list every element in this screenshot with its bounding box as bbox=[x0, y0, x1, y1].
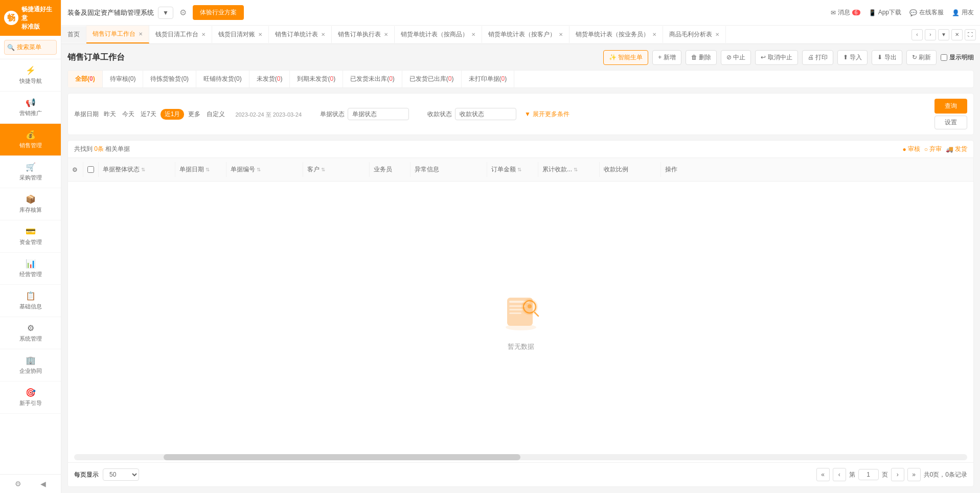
sidebar-item-marketing[interactable]: 📢 营销推广 bbox=[0, 92, 61, 124]
tab-close-all-button[interactable]: ✕ bbox=[951, 29, 963, 40]
filter-date-yesterday[interactable]: 昨天 bbox=[102, 109, 118, 120]
tab-sales-stat-customer[interactable]: 销货单统计表（按客户） ✕ bbox=[482, 26, 569, 43]
sort-number-icon[interactable]: ⇅ bbox=[257, 167, 261, 172]
sidebar-item-sales[interactable]: 💰 销售管理 bbox=[0, 124, 61, 156]
system-dropdown-button[interactable]: ▼ bbox=[158, 7, 173, 19]
add-button[interactable]: + 新增 bbox=[652, 50, 681, 65]
tab-scroll-right-button[interactable]: › bbox=[925, 29, 936, 40]
select-all-checkbox[interactable] bbox=[87, 166, 94, 173]
th-checkbox[interactable] bbox=[83, 162, 99, 177]
subtab-shipped-not-out[interactable]: 已发货未出库(0) bbox=[343, 71, 402, 87]
tab-fullscreen-button[interactable]: ⛶ bbox=[965, 29, 976, 40]
th-ratio: 收款比例 bbox=[600, 162, 661, 177]
user-menu-button[interactable]: 👤 用友 bbox=[952, 8, 974, 17]
tab-more-button[interactable]: ▼ bbox=[938, 29, 949, 40]
message-button[interactable]: ✉ 消息 6 bbox=[831, 8, 860, 17]
tab-close-sales-stats[interactable]: ✕ bbox=[321, 32, 325, 37]
suspend-button[interactable]: ⊘ 中止 bbox=[721, 50, 751, 65]
delete-button[interactable]: 🗑 删除 bbox=[686, 50, 717, 65]
tab-gross-profit[interactable]: 商品毛利分析表 ✕ bbox=[663, 26, 726, 43]
filter-date-custom[interactable]: 自定义 bbox=[204, 109, 227, 120]
online-service-button[interactable]: 💬 在线客服 bbox=[909, 8, 944, 17]
filter-payment-select[interactable]: 收款状态 bbox=[455, 108, 516, 120]
subtab-overdue-not-shipped[interactable]: 到期未发货(0) bbox=[290, 71, 343, 87]
filter-actions: 查询 设置 bbox=[935, 99, 967, 129]
pagination-first-button[interactable]: « bbox=[816, 468, 830, 481]
tab-sales-stats[interactable]: 销售订单统计表 ✕ bbox=[269, 26, 332, 43]
topbar-settings-button[interactable]: ⚙ bbox=[177, 6, 189, 19]
sidebar-item-purchase[interactable]: 🛒 采购管理 bbox=[0, 156, 61, 188]
sort-customer-icon[interactable]: ⇅ bbox=[321, 167, 325, 172]
search-menu-button[interactable]: 🔍 搜索菜单 bbox=[4, 40, 57, 55]
sidebar-settings-button[interactable]: ⚙ bbox=[15, 480, 21, 488]
tab-sales-workbench[interactable]: 销售订单工作台 ✕ bbox=[86, 26, 149, 43]
tab-close-sales-stat-product[interactable]: ✕ bbox=[471, 32, 475, 37]
subtab-all[interactable]: 全部(0) bbox=[68, 71, 103, 87]
app-download-button[interactable]: 📱 App下载 bbox=[869, 8, 901, 17]
scrollbar-thumb[interactable] bbox=[164, 454, 521, 460]
subtab-pending-inspect[interactable]: 待拣货验货(0) bbox=[143, 71, 196, 87]
tab-close-sales-stat-customer[interactable]: ✕ bbox=[559, 32, 563, 37]
filter-expand-button[interactable]: ▼ 展开更多条件 bbox=[525, 110, 569, 119]
tab-sales-exec[interactable]: 销售订单执行表 ✕ bbox=[332, 26, 395, 43]
sort-date-icon[interactable]: ⇅ bbox=[206, 167, 210, 172]
review-button[interactable]: ● 审核 bbox=[903, 145, 920, 153]
sidebar-item-system[interactable]: ⚙ 系统管理 bbox=[0, 317, 61, 349]
tab-cash-reconcile[interactable]: 钱货日清对账 ✕ bbox=[212, 26, 269, 43]
sort-amount-icon[interactable]: ⇅ bbox=[517, 167, 521, 172]
import-button[interactable]: ⬆ 导入 bbox=[837, 50, 868, 65]
tab-close-gross-profit[interactable]: ✕ bbox=[715, 32, 719, 37]
subtab-wangpu[interactable]: 旺铺待发货(0) bbox=[196, 71, 249, 87]
pagination-next-button[interactable]: › bbox=[891, 468, 904, 481]
filter-status-select[interactable]: 单据状态 bbox=[348, 108, 409, 120]
subtab-not-printed[interactable]: 未打印单据(0) bbox=[462, 71, 515, 87]
sidebar-item-quick-nav[interactable]: ⚡ 快捷导航 bbox=[0, 59, 61, 92]
th-date: 单据日期 ⇅ bbox=[175, 162, 226, 177]
tab-home[interactable]: 首页 bbox=[61, 26, 86, 43]
tab-close-cash-reconcile[interactable]: ✕ bbox=[258, 32, 262, 37]
sidebar-collapse-button[interactable]: ◀ bbox=[40, 480, 46, 488]
tab-close-cash-daily[interactable]: ✕ bbox=[201, 32, 206, 37]
sidebar-item-basic[interactable]: 📋 基础信息 bbox=[0, 285, 61, 317]
cancel-suspend-button[interactable]: ↩ 取消中止 bbox=[755, 50, 797, 65]
pagination-last-button[interactable]: » bbox=[907, 468, 921, 481]
sort-status-icon[interactable]: ⇅ bbox=[141, 167, 145, 172]
filter-date-today[interactable]: 今天 bbox=[120, 109, 136, 120]
trial-button[interactable]: 体验行业方案 bbox=[193, 5, 244, 20]
smart-create-button[interactable]: ✨ 智能生单 bbox=[603, 50, 648, 65]
th-settings[interactable]: ⚙ bbox=[68, 162, 83, 177]
show-detail-label[interactable]: 显示明细 bbox=[941, 53, 974, 62]
tab-scroll-left-button[interactable]: ‹ bbox=[911, 29, 923, 40]
sidebar-item-newbie[interactable]: 🎯 新手引导 bbox=[0, 382, 61, 414]
subtab-pending-review[interactable]: 待审核(0) bbox=[103, 71, 144, 87]
sidebar-item-inventory[interactable]: 📦 库存核算 bbox=[0, 188, 61, 220]
filter-date-1month[interactable]: 近1月 bbox=[161, 109, 185, 120]
filter-query-button[interactable]: 查询 bbox=[935, 99, 967, 114]
refresh-button[interactable]: ↻ 刷新 bbox=[906, 50, 937, 65]
show-detail-checkbox[interactable] bbox=[941, 54, 947, 61]
tab-sales-stat-staff[interactable]: 销货单统计表（按业务员） ✕ bbox=[569, 26, 663, 43]
sort-collected-icon[interactable]: ⇅ bbox=[574, 167, 578, 172]
filter-date-more[interactable]: 更多 bbox=[186, 109, 202, 120]
tab-sales-stat-product[interactable]: 销货单统计表（按商品） ✕ bbox=[395, 26, 482, 43]
export-button[interactable]: ⬇ 导出 bbox=[872, 50, 902, 65]
horizontal-scrollbar[interactable] bbox=[74, 454, 967, 460]
per-page-select[interactable]: 50 10 20 100 bbox=[103, 468, 139, 481]
subtab-not-shipped[interactable]: 未发货(0) bbox=[249, 71, 290, 87]
page-number-input[interactable] bbox=[858, 469, 879, 480]
tab-close-sales-workbench[interactable]: ✕ bbox=[139, 31, 143, 37]
table-actions: ● 审核 ○ 弃审 🚚 发货 bbox=[903, 145, 968, 153]
sidebar-item-finance[interactable]: 💳 资金管理 bbox=[0, 220, 61, 253]
sidebar-item-enterprise[interactable]: 🏢 企业协同 bbox=[0, 349, 61, 382]
ship-button[interactable]: 🚚 发货 bbox=[946, 145, 967, 153]
filter-settings-button[interactable]: 设置 bbox=[935, 116, 967, 129]
tab-close-sales-exec[interactable]: ✕ bbox=[384, 32, 388, 37]
print-button[interactable]: 🖨 打印 bbox=[802, 50, 833, 65]
sidebar-item-operations[interactable]: 📊 经营管理 bbox=[0, 253, 61, 285]
subtab-shipped-out[interactable]: 已发货已出库(0) bbox=[402, 71, 462, 87]
pagination-prev-button[interactable]: ‹ bbox=[833, 468, 846, 481]
tab-cash-daily[interactable]: 钱货日清工作台 ✕ bbox=[149, 26, 212, 43]
tab-close-sales-stat-staff[interactable]: ✕ bbox=[652, 32, 656, 37]
filter-date-7days[interactable]: 近7天 bbox=[139, 109, 158, 120]
un-review-button[interactable]: ○ 弃审 bbox=[924, 145, 942, 153]
